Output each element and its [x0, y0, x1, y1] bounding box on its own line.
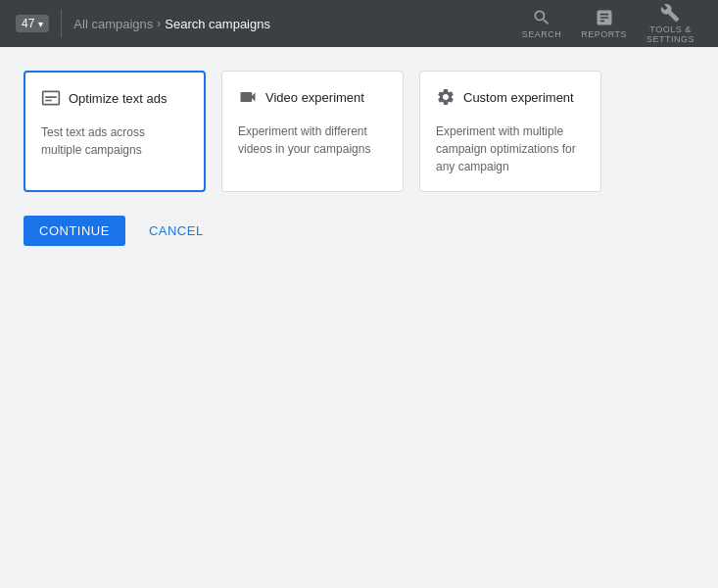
- card-header: Custom experiment: [436, 87, 585, 107]
- reports-nav-label: REPORTS: [581, 29, 627, 39]
- optimize-text-card-desc: Test text ads across multiple campaigns: [41, 123, 188, 159]
- account-selector[interactable]: 47 ▾: [16, 15, 49, 32]
- custom-experiment-card-desc: Experiment with multiple campaign optimi…: [436, 122, 585, 175]
- nav-left: 47 ▾ All campaigns › Search campaigns: [16, 10, 270, 37]
- tools-nav-label: TOOLS &SETTINGS: [646, 24, 694, 44]
- tools-icon: [660, 3, 680, 23]
- video-icon: [238, 87, 258, 107]
- reports-icon: [595, 8, 614, 27]
- nav-divider: [61, 10, 62, 37]
- optimize-text-card[interactable]: Optimize text ads Test text ads across m…: [24, 71, 206, 192]
- search-nav-button[interactable]: SEARCH: [514, 4, 570, 43]
- breadcrumb: All campaigns › Search campaigns: [73, 17, 270, 31]
- search-icon: [532, 8, 551, 27]
- tools-nav-button[interactable]: TOOLS &SETTINGS: [639, 0, 702, 48]
- breadcrumb-chevron-icon: ›: [157, 17, 161, 30]
- cancel-button[interactable]: CANCEL: [141, 216, 212, 246]
- gear-icon: [436, 87, 455, 107]
- video-experiment-card-title: Video experiment: [265, 90, 364, 105]
- custom-experiment-card[interactable]: Custom experiment Experiment with multip…: [419, 71, 601, 192]
- action-buttons: CONTINUE CANCEL: [24, 216, 694, 246]
- main-content: Optimize text ads Test text ads across m…: [0, 47, 718, 270]
- dropdown-chevron-icon: ▾: [38, 19, 43, 29]
- text-ad-icon: [41, 88, 61, 108]
- custom-experiment-card-title: Custom experiment: [463, 90, 574, 105]
- breadcrumb-link[interactable]: All campaigns: [73, 17, 153, 31]
- video-experiment-card[interactable]: Video experiment Experiment with differe…: [221, 71, 404, 192]
- account-number: 47: [22, 17, 34, 30]
- optimize-text-card-title: Optimize text ads: [69, 91, 167, 106]
- card-header: Optimize text ads: [41, 88, 188, 108]
- continue-button[interactable]: CONTINUE: [24, 216, 125, 246]
- top-navigation-bar: 47 ▾ All campaigns › Search campaigns SE…: [0, 0, 718, 47]
- breadcrumb-current: Search campaigns: [165, 17, 270, 31]
- nav-right: SEARCH REPORTS TOOLS &SETTINGS: [514, 0, 702, 48]
- card-header: Video experiment: [238, 87, 387, 107]
- video-experiment-card-desc: Experiment with different videos in your…: [238, 122, 387, 158]
- experiment-type-cards: Optimize text ads Test text ads across m…: [24, 71, 694, 192]
- reports-nav-button[interactable]: REPORTS: [573, 4, 635, 43]
- search-nav-label: SEARCH: [522, 29, 562, 39]
